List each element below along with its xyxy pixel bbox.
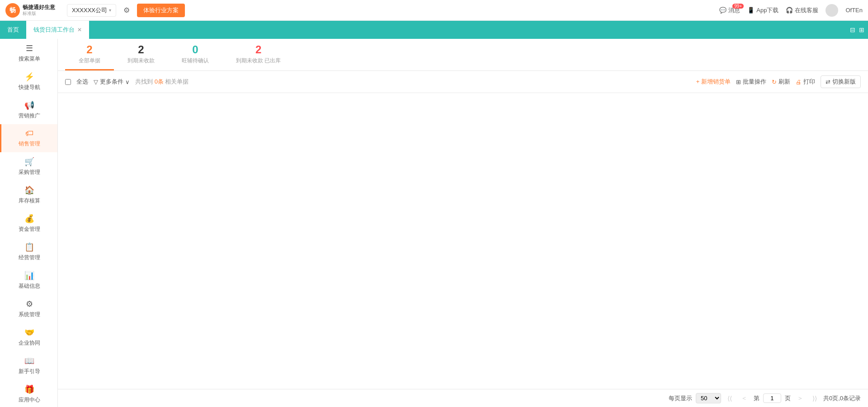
refresh-label: 刷新	[778, 78, 790, 86]
pagination: 每页显示 50 100 200 ⟨⟨ ＜ 第 页 ＞ ⟩⟩ 共0页,0条记录	[58, 389, 868, 407]
stat-num-wangpu: 0	[192, 43, 198, 56]
sidebar-item-business[interactable]: 📋 经营管理	[0, 238, 57, 266]
switch-icon: ⇄	[826, 79, 830, 85]
sidebar-item-system[interactable]: ⚙ 系统管理	[0, 295, 57, 323]
print-icon: 🖨	[796, 79, 802, 85]
inventory-icon: 🏠	[24, 185, 34, 195]
sidebar-item-label: 采购管理	[19, 168, 40, 176]
sidebar-item-label: 搜索菜单	[19, 55, 40, 63]
toolbar-right: + 新增销货单 ⊞ 批量操作 ↻ 刷新 🖨 打印 ⇄ 切换新版	[696, 75, 861, 88]
page-suffix: 页	[785, 394, 791, 402]
trial-button[interactable]: 体验行业方案	[137, 4, 185, 17]
avatar	[826, 4, 838, 17]
next-page-button[interactable]: ＞	[794, 393, 806, 403]
top-header: 畅 畅捷通好生意 标准版 XXXXXX公司 ▾ ⚙ 体验行业方案 💬 消息 99…	[0, 0, 868, 21]
sidebar-item-basic[interactable]: 📊 基础信息	[0, 266, 57, 295]
tab-home[interactable]: 首页	[0, 21, 26, 39]
stat-tab-wangpu[interactable]: 0 旺辅待确认	[168, 39, 222, 70]
online-service-button[interactable]: 🎧 在线客服	[786, 6, 818, 14]
content-area: 2 全部单据 2 到期未收款 0 旺辅待确认 2 到期未收款 已出库 全选 ▽ …	[58, 39, 868, 407]
sidebar-item-label: 快捷导航	[19, 84, 40, 91]
settings-button[interactable]: ⚙	[120, 4, 133, 17]
app-download-button[interactable]: 📱 App下载	[747, 6, 778, 14]
purchase-icon: 🛒	[24, 157, 34, 167]
stat-label-wangpu: 旺辅待确认	[182, 57, 209, 65]
batch-operation-button[interactable]: ⊞ 批量操作	[736, 78, 766, 86]
batch-label: 批量操作	[743, 78, 766, 86]
tab-bar-actions: ⊟ ⊞	[850, 21, 868, 39]
first-page-button[interactable]: ⟨⟨	[725, 394, 735, 403]
company-selector[interactable]: XXXXXX公司 ▾	[67, 4, 116, 17]
business-icon: 📋	[24, 242, 34, 252]
tab-expand-icon[interactable]: ⊞	[859, 26, 864, 33]
sidebar-item-label: 销售管理	[19, 140, 40, 148]
sidebar-item-label: 新手引导	[19, 368, 40, 375]
sidebar-item-apps[interactable]: 🎁 应用中心	[0, 380, 57, 407]
filter-button[interactable]: ▽ 更多条件 ∨	[94, 78, 130, 86]
tab-minimize-icon[interactable]: ⊟	[850, 26, 855, 33]
sidebar-item-label: 经营管理	[19, 254, 40, 262]
sidebar-item-guide[interactable]: 📖 新手引导	[0, 351, 57, 380]
switch-version-button[interactable]: ⇄ 切换新版	[821, 75, 861, 88]
filter-label: 更多条件	[100, 78, 123, 86]
sidebar-item-label: 资金管理	[19, 225, 40, 233]
last-page-button[interactable]: ⟩⟩	[810, 394, 820, 403]
add-sales-order-button[interactable]: + 新增销货单	[696, 78, 731, 86]
logo-icon: 畅	[5, 3, 20, 18]
sidebar-item-inventory[interactable]: 🏠 库存核算	[0, 181, 57, 209]
logo-sub: 标准版	[23, 11, 55, 16]
username: OfTEn	[845, 7, 863, 14]
search-menu-icon: ☰	[26, 43, 33, 53]
page-number-input[interactable]	[763, 393, 781, 403]
logo-area: 畅 畅捷通好生意 标准版	[5, 3, 63, 18]
found-count: 0条	[155, 78, 164, 85]
print-button[interactable]: 🖨 打印	[796, 78, 815, 86]
message-badge: 99+	[732, 4, 744, 9]
guide-icon: 📖	[24, 356, 34, 366]
stat-num-all: 2	[86, 43, 92, 56]
stat-label-shipped: 到期未收款 已出库	[236, 57, 281, 65]
marketing-icon: 📢	[24, 100, 34, 110]
prev-page-button[interactable]: ＜	[738, 393, 750, 403]
total-info: 共0页,0条记录	[823, 394, 861, 402]
filter-icon: ▽	[94, 79, 98, 85]
stat-num-overdue: 2	[138, 43, 144, 56]
sidebar-item-label: 库存核算	[19, 197, 40, 205]
select-all-checkbox[interactable]	[65, 79, 71, 85]
sidebar-item-search[interactable]: ☰ 搜索菜单	[0, 39, 57, 67]
sidebar-item-purchase[interactable]: 🛒 采购管理	[0, 152, 57, 181]
sidebar-item-label: 企业协同	[19, 339, 40, 347]
sidebar-item-quicknav[interactable]: ⚡ 快捷导航	[0, 67, 57, 96]
sidebar: ☰ 搜索菜单 ⚡ 快捷导航 📢 营销推广 🏷 销售管理 🛒 采购管理 🏠 库存核…	[0, 39, 58, 407]
stat-tab-shipped[interactable]: 2 到期未收款 已出库	[222, 39, 294, 70]
quick-nav-icon: ⚡	[24, 72, 34, 82]
sidebar-item-label: 营销推广	[19, 112, 40, 120]
page-size-select[interactable]: 50 100 200	[696, 393, 721, 403]
switch-label: 切换新版	[832, 78, 856, 86]
logo-name: 畅捷通好生意	[23, 4, 55, 10]
message-icon: 💬	[719, 7, 726, 14]
found-suffix: 相关单据	[165, 78, 189, 85]
sidebar-item-marketing[interactable]: 📢 营销推广	[0, 96, 57, 124]
refresh-icon: ↻	[772, 79, 777, 85]
sidebar-item-label: 系统管理	[19, 311, 40, 318]
chevron-icon: ∨	[125, 79, 130, 85]
tab-bar: 首页 钱货日清工作台 ✕ ⊟ ⊞	[0, 21, 868, 39]
refresh-button[interactable]: ↻ 刷新	[772, 78, 790, 86]
company-name: XXXXXX公司	[72, 6, 107, 14]
print-label: 打印	[803, 78, 815, 86]
found-prefix: 共找到	[135, 78, 153, 85]
stat-num-shipped: 2	[255, 43, 261, 56]
sidebar-item-finance[interactable]: 💰 资金管理	[0, 209, 57, 238]
basic-icon: 📊	[24, 271, 34, 281]
stat-tab-overdue[interactable]: 2 到期未收款	[114, 39, 168, 70]
tab-close-icon[interactable]: ✕	[77, 27, 82, 33]
stat-tab-all[interactable]: 2 全部单据	[65, 39, 114, 70]
sidebar-item-collab[interactable]: 🤝 企业协同	[0, 323, 57, 351]
found-info: 共找到 0条 相关单据	[135, 78, 189, 86]
batch-icon: ⊞	[736, 79, 741, 85]
sidebar-item-sales[interactable]: 🏷 销售管理	[0, 124, 57, 152]
download-icon: 📱	[747, 7, 755, 14]
tab-workbench[interactable]: 钱货日清工作台 ✕	[26, 21, 89, 39]
message-button[interactable]: 💬 消息 99+	[719, 6, 740, 14]
